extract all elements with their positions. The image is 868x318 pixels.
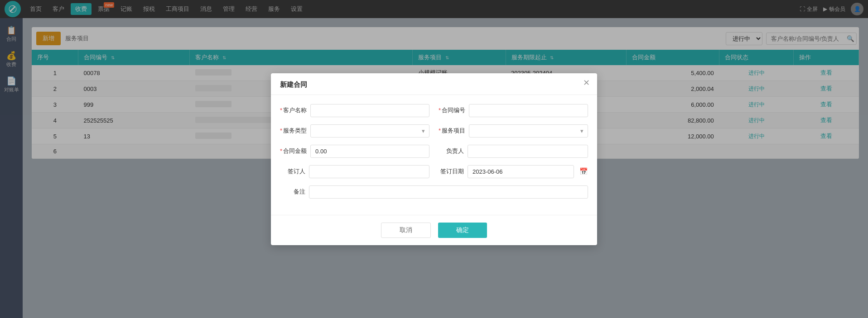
label-customer-name: *客户名称 (280, 106, 307, 114)
select-service-type-wrap (310, 124, 429, 138)
form-row-1: *客户名称 *合同编号 (280, 104, 588, 117)
form-row-3: *合同金额 负责人 (280, 145, 588, 158)
select-service-type[interactable] (310, 124, 429, 138)
field-remark: 备注 (280, 185, 588, 199)
input-remark[interactable] (309, 185, 588, 199)
input-sign-date[interactable] (468, 165, 574, 178)
form-row-5: 备注 (280, 185, 588, 199)
label-service-type: *服务类型 (280, 127, 307, 135)
cancel-button[interactable]: 取消 (381, 223, 431, 238)
field-contract-amount: *合同金额 (280, 145, 429, 158)
modal-body: *客户名称 *合同编号 *服务类型 (271, 95, 597, 215)
required-mark-service-item: * (439, 127, 441, 134)
select-service-item-wrap (469, 124, 588, 138)
calendar-icon[interactable]: 📅 (579, 167, 588, 176)
required-mark-contract: * (439, 107, 441, 114)
modal-close-button[interactable]: ✕ (583, 79, 590, 87)
field-responsible-person: 负责人 (439, 145, 588, 158)
label-remark: 备注 (280, 188, 305, 196)
label-sign-date: 签订日期 (439, 167, 464, 176)
select-service-item[interactable] (469, 124, 588, 138)
field-signatory: 签订人 (280, 165, 429, 178)
field-service-item: *服务项目 (439, 124, 588, 138)
required-mark-amount: * (280, 147, 282, 154)
required-mark-service-type: * (280, 127, 282, 134)
modal-title: 新建合同 (280, 81, 307, 88)
field-service-type: *服务类型 (280, 124, 429, 138)
form-row-2: *服务类型 *服务项目 (280, 124, 588, 138)
input-responsible-person[interactable] (468, 145, 588, 158)
field-contract-no: *合同编号 (439, 104, 588, 117)
field-customer-name: *客户名称 (280, 104, 429, 117)
modal-footer: 取消 确定 (271, 215, 597, 245)
field-sign-date: 签订日期 📅 (439, 165, 588, 178)
input-signatory[interactable] (309, 165, 429, 178)
form-row-4: 签订人 签订日期 📅 (280, 165, 588, 178)
required-mark-customer: * (280, 107, 282, 114)
input-contract-amount[interactable] (310, 145, 429, 158)
confirm-button[interactable]: 确定 (438, 223, 487, 238)
label-responsible-person: 负责人 (439, 147, 464, 155)
label-signatory: 签订人 (280, 167, 305, 176)
label-contract-no: *合同编号 (439, 106, 465, 114)
modal-overlay[interactable]: 新建合同 ✕ *客户名称 *合同编号 (0, 0, 868, 318)
modal-header: 新建合同 ✕ (271, 73, 597, 95)
input-customer-name[interactable] (310, 104, 429, 117)
new-contract-modal: 新建合同 ✕ *客户名称 *合同编号 (271, 73, 597, 245)
input-contract-no[interactable] (469, 104, 588, 117)
label-service-item: *服务项目 (439, 127, 465, 135)
label-contract-amount: *合同金额 (280, 147, 307, 155)
